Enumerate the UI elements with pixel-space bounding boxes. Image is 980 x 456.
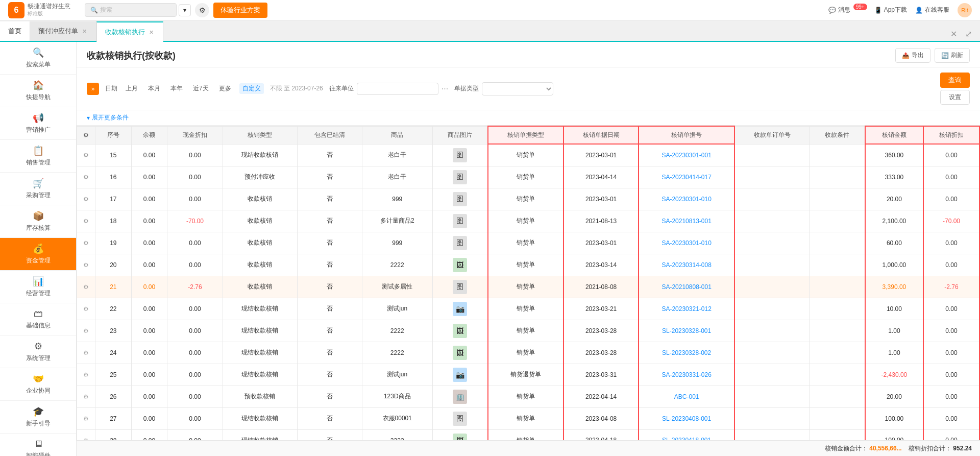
td-settings[interactable]: ⚙: [77, 166, 95, 188]
sidebar-item-inventory[interactable]: 📦 库存核算: [0, 205, 76, 238]
cancel-bill-no-link[interactable]: SA-20230301-010: [662, 196, 711, 203]
th-settings[interactable]: ⚙: [77, 126, 95, 144]
td-settings[interactable]: ⚙: [77, 320, 95, 342]
td-cancel-bill-no[interactable]: SA-20230414-017: [639, 166, 734, 188]
td-cancel-bill-date: 2023-03-21: [564, 298, 639, 320]
td-collection-order-no: [734, 166, 810, 188]
td-include-settled: 否: [297, 166, 362, 188]
td-include-settled: 否: [297, 342, 362, 364]
sidebar-label-hardware: 智能硬件: [26, 451, 51, 456]
date-option-custom[interactable]: 自定义: [239, 83, 264, 94]
td-settings[interactable]: ⚙: [77, 407, 95, 429]
td-settings[interactable]: ⚙: [77, 232, 95, 254]
tab-expand-icon[interactable]: ⤢: [963, 27, 974, 41]
sidebar-item-basic[interactable]: 🗃 基础信息: [0, 303, 76, 335]
cancel-bill-no-link[interactable]: ABC-001: [674, 393, 699, 400]
tab-prepay-close-icon[interactable]: ✕: [81, 27, 88, 36]
td-settings[interactable]: ⚙: [77, 210, 95, 232]
tab-prepay[interactable]: 预付冲应付单 ✕: [30, 21, 96, 41]
cancel-bill-no-link[interactable]: SL-20230328-002: [662, 349, 711, 356]
td-settings[interactable]: ⚙: [77, 342, 95, 364]
cancel-bill-no-link[interactable]: SL-20230408-001: [662, 415, 711, 422]
td-cancel-bill-no[interactable]: SA-20230321-012: [639, 298, 734, 320]
date-option-last-month[interactable]: 上月: [124, 83, 140, 94]
td-cancel-bill-no[interactable]: SA-20230301-001: [639, 144, 734, 166]
cancel-bill-no-link[interactable]: SA-20230301-010: [662, 239, 711, 247]
td-cancel-bill-no[interactable]: SA-20230331-026: [639, 364, 734, 386]
td-cancel-bill-no[interactable]: SL-20230408-001: [639, 407, 734, 429]
sidebar-item-hardware[interactable]: 🖥 智能硬件: [0, 434, 76, 456]
expand-more-label: 展开更多条件: [92, 113, 129, 122]
cancel-bill-no-link[interactable]: SA-20230301-001: [662, 152, 711, 159]
td-cancel-bill-no[interactable]: SA-20230314-008: [639, 254, 734, 276]
td-product: 2222: [362, 342, 432, 364]
user-item[interactable]: Rit: [958, 3, 972, 17]
filter-dots-icon[interactable]: ···: [442, 84, 448, 93]
td-cancel-bill-no[interactable]: ABC-001: [639, 386, 734, 407]
refresh-button[interactable]: 🔄 刷新: [935, 48, 970, 63]
sidebar-item-marketing[interactable]: 📢 营销推广: [0, 107, 76, 140]
td-settings[interactable]: ⚙: [77, 386, 95, 407]
td-settings[interactable]: ⚙: [77, 254, 95, 276]
cancel-bill-no-link[interactable]: SA-20230321-012: [662, 305, 711, 313]
search-box[interactable]: 🔍 搜索: [85, 3, 177, 17]
td-settings[interactable]: ⚙: [77, 364, 95, 386]
cancel-bill-no-link[interactable]: SL-20230328-001: [662, 327, 711, 334]
filter-settings-button[interactable]: 设置: [940, 90, 970, 105]
single-type-select[interactable]: 销货单 销货退货单: [482, 82, 553, 95]
td-cancel-bill-no[interactable]: SA-20230301-010: [639, 188, 734, 210]
header-actions: 📤 导出 🔄 刷新: [895, 48, 970, 63]
topbar-settings-btn[interactable]: ⚙: [195, 3, 209, 17]
sidebar-item-purchase[interactable]: 🛒 采购管理: [0, 173, 76, 205]
td-cancel-discount: 0.00: [923, 254, 979, 276]
sidebar-item-sales[interactable]: 📋 销售管理: [0, 140, 76, 173]
tab-home[interactable]: 首页: [0, 21, 30, 41]
sidebar-item-system[interactable]: ⚙ 系统管理: [0, 335, 76, 368]
counterparty-input[interactable]: [357, 83, 438, 95]
td-cancel-bill-no[interactable]: SA-20230301-010: [639, 232, 734, 254]
date-option-this-year[interactable]: 本年: [168, 83, 185, 94]
industry-btn[interactable]: 休验行业方案: [213, 3, 267, 18]
td-settings[interactable]: ⚙: [77, 276, 95, 298]
td-cancel-bill-no[interactable]: SL-20230328-001: [639, 320, 734, 342]
date-option-this-month[interactable]: 本月: [146, 83, 162, 94]
sidebar-item-business[interactable]: 📊 经营管理: [0, 271, 76, 303]
sidebar-item-search[interactable]: 🔍 搜索菜单: [0, 42, 76, 75]
query-button[interactable]: 查询: [940, 73, 970, 88]
td-no: 20: [95, 254, 132, 276]
expand-more-bar[interactable]: ▾ 展开更多条件: [77, 110, 980, 126]
cancel-bill-no-link[interactable]: SA-20230331-026: [662, 371, 711, 378]
td-settings[interactable]: ⚙: [77, 144, 95, 166]
sidebar-item-quicknav[interactable]: 🏠 快捷导航: [0, 75, 76, 107]
sidebar-item-enterprise[interactable]: 🤝 企业协同: [0, 368, 76, 401]
sidebar-item-newbie[interactable]: 🎓 新手引导: [0, 401, 76, 434]
search-icon: 🔍: [90, 7, 98, 14]
message-item[interactable]: 💬 消息 99+: [828, 6, 866, 14]
sidebar-label-newbie: 新手引导: [26, 419, 51, 428]
td-cancel-bill-no[interactable]: SL-20230328-002: [639, 342, 734, 364]
cancel-bill-no-link[interactable]: SA-20210808-001: [662, 283, 711, 291]
td-cancel-bill-no[interactable]: SA-20210808-001: [639, 276, 734, 298]
dropdown-btn[interactable]: ▾: [179, 4, 191, 16]
td-settings[interactable]: ⚙: [77, 188, 95, 210]
td-product: 测试多属性: [362, 276, 432, 298]
date-option-7days[interactable]: 近7天: [191, 83, 211, 94]
filter-toggle-btn[interactable]: »: [87, 83, 99, 95]
td-cancel-bill-no[interactable]: SA-20210813-001: [639, 210, 734, 232]
td-cancel-bill-date: 2022-04-14: [564, 386, 639, 407]
online-service-item[interactable]: 👤 在线客服: [915, 6, 949, 14]
sidebar-item-finance[interactable]: 💰 资金管理: [0, 238, 76, 271]
cancel-bill-no-link[interactable]: SA-20210813-001: [662, 218, 711, 225]
cancel-bill-no-link[interactable]: SA-20230314-008: [662, 261, 711, 269]
date-option-more[interactable]: 更多: [217, 83, 233, 94]
td-cancel-discount: -2.76: [923, 276, 979, 298]
tab-collection-close-icon[interactable]: ✕: [148, 28, 155, 37]
app-download-item[interactable]: 📱 App下载: [874, 6, 907, 14]
cancel-bill-no-link[interactable]: SA-20230414-017: [662, 174, 711, 181]
td-cancel-bill-date: 2023-03-28: [564, 342, 639, 364]
export-button[interactable]: 📤 导出: [895, 48, 930, 63]
td-settings[interactable]: ⚙: [77, 298, 95, 320]
tab-close-all-icon[interactable]: ✕: [948, 27, 959, 41]
table-container[interactable]: ⚙ 序号 余额 现金折扣 核销类型 包含已结清 商品 商品图片 核销单据类型 核…: [77, 126, 980, 456]
tab-collection[interactable]: 收款核销执行 ✕: [96, 21, 163, 42]
